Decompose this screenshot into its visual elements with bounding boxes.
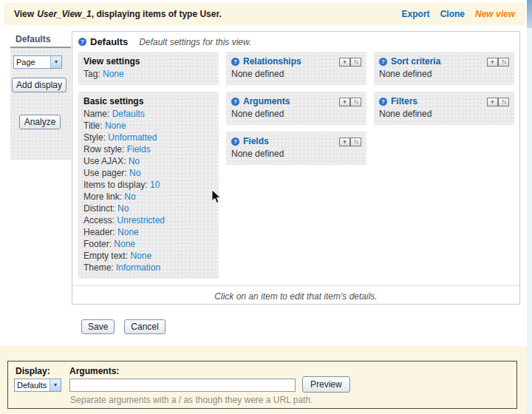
- setting-value-link[interactable]: None: [114, 239, 135, 249]
- page-title: ViewUser_View_1, displaying items of typ…: [14, 9, 222, 19]
- setting-label: Use pager:: [83, 168, 127, 178]
- add-display-button[interactable]: Add display: [12, 78, 66, 92]
- setting-label: Footer:: [83, 239, 112, 249]
- setting-value-link[interactable]: Fields: [127, 144, 151, 155]
- help-icon[interactable]: ?: [379, 98, 387, 106]
- setting-row: Header: None: [83, 226, 214, 238]
- help-icon[interactable]: ?: [379, 58, 387, 66]
- help-icon[interactable]: ?: [231, 98, 239, 106]
- add-relationship-button[interactable]: +: [339, 58, 350, 67]
- add-sort-button[interactable]: +: [487, 58, 498, 67]
- rearrange-fields-button[interactable]: ↑↓: [350, 138, 361, 146]
- setting-row: Use AJAX: No: [83, 155, 214, 167]
- sort-criteria-title-link[interactable]: Sort criteria: [391, 55, 440, 68]
- setting-row: Distinct: No: [83, 203, 214, 214]
- display-label: Display:: [16, 366, 50, 376]
- arguments-title-link[interactable]: Arguments: [243, 95, 290, 108]
- tab-defaults[interactable]: Defaults: [10, 31, 71, 48]
- help-icon[interactable]: ?: [231, 138, 239, 146]
- arguments-label: Arguments:: [69, 366, 119, 376]
- page-edge-gradient: [527, 0, 532, 28]
- save-button[interactable]: Save: [81, 319, 115, 334]
- setting-row: Row style: Fields: [83, 143, 214, 155]
- filters-empty-text: None defined: [379, 108, 509, 120]
- setting-row: Use pager: No: [83, 167, 214, 179]
- arguments-box: ? Arguments + ↑↓ None defined: [226, 92, 366, 125]
- setting-value-link[interactable]: Unrestricted: [117, 215, 165, 225]
- analyze-button[interactable]: Analyze: [19, 115, 61, 129]
- add-argument-button[interactable]: +: [339, 98, 350, 106]
- setting-row: Tag: None: [83, 68, 214, 80]
- clone-link[interactable]: Clone: [440, 9, 465, 19]
- page-title-suffix: , displaying items of type User.: [92, 9, 222, 19]
- display-settings-panel: ? Defaults Default settings for this vie…: [72, 31, 520, 305]
- basic-settings-title: Basic settings: [83, 95, 214, 108]
- setting-value-link[interactable]: None: [117, 227, 139, 237]
- setting-value-link[interactable]: None: [103, 69, 124, 79]
- filters-title-link[interactable]: Filters: [391, 95, 417, 108]
- setting-label: Use AJAX:: [83, 156, 126, 166]
- relationships-title-link[interactable]: Relationships: [243, 55, 301, 68]
- setting-label: Name:: [83, 109, 109, 119]
- rearrange-arguments-button[interactable]: ↑↓: [350, 98, 361, 106]
- view-settings-title: View settings: [83, 55, 214, 68]
- setting-row: Items to display: 10: [83, 179, 214, 191]
- display-sidebar: Defaults Page ▼ Add display Analyze: [10, 31, 71, 160]
- view-header-bar: ViewUser_View_1, displaying items of typ…: [4, 3, 525, 25]
- fields-box: ? Fields + ↑↓ None defined: [226, 132, 366, 165]
- fields-title-link[interactable]: Fields: [243, 135, 269, 148]
- help-icon[interactable]: ?: [78, 38, 86, 46]
- view-name: User_View_1: [37, 9, 92, 19]
- setting-row: Access: Unrestricted: [83, 214, 214, 226]
- add-field-button[interactable]: +: [339, 138, 350, 146]
- column-1: View settings Tag: None Basic settings N…: [78, 52, 219, 285]
- setting-label: Items to display:: [83, 180, 148, 190]
- add-filter-button[interactable]: +: [487, 98, 498, 106]
- export-link[interactable]: Export: [402, 9, 430, 19]
- setting-row: Title: None: [83, 120, 214, 132]
- setting-value-link[interactable]: None: [130, 251, 151, 261]
- basic-settings-box: Basic settings Name: Defaults Title: Non…: [78, 92, 219, 279]
- setting-value-link[interactable]: 10: [150, 180, 160, 190]
- help-icon[interactable]: ?: [231, 58, 239, 66]
- display-type-select[interactable]: Page ▼: [13, 55, 62, 69]
- setting-label: Distinct:: [83, 203, 115, 214]
- setting-row: Style: Unformatted: [83, 132, 214, 143]
- filters-box: ? Filters + ↑↓ None defined: [374, 92, 514, 125]
- preview-button[interactable]: Preview: [302, 376, 350, 393]
- preview-region: Display: Defaults ▼ Arguments: Preview S…: [0, 346, 527, 414]
- setting-value-link[interactable]: No: [117, 203, 129, 214]
- arguments-input[interactable]: [69, 379, 296, 392]
- settings-columns: View settings Tag: None Basic settings N…: [72, 51, 519, 285]
- rearrange-relationships-button[interactable]: ↑↓: [350, 58, 361, 67]
- arguments-empty-text: None defined: [231, 108, 361, 120]
- sidebar-body: Page ▼ Add display Analyze: [10, 48, 71, 160]
- setting-row: Name: Defaults: [83, 108, 214, 120]
- display-type-select-value: Page: [14, 56, 50, 68]
- rearrange-sorts-button[interactable]: ↑↓: [498, 58, 509, 67]
- setting-label: Header:: [83, 227, 115, 237]
- chevron-down-icon: ▼: [50, 379, 61, 391]
- setting-value-link[interactable]: No: [129, 168, 140, 178]
- cancel-button[interactable]: Cancel: [124, 319, 165, 334]
- setting-label: Title:: [83, 121, 103, 131]
- setting-row: Theme: Information: [83, 262, 214, 274]
- new-view-link[interactable]: New view: [475, 9, 515, 19]
- setting-value-link[interactable]: Information: [116, 262, 160, 273]
- setting-value-link[interactable]: Unformatted: [108, 132, 157, 143]
- setting-value-link[interactable]: No: [129, 156, 140, 166]
- rearrange-filters-button[interactable]: ↑↓: [498, 98, 509, 106]
- page-title-prefix: View: [14, 9, 34, 19]
- header-links: Export Clone New view: [402, 9, 515, 19]
- page-edge-texture: [527, 0, 532, 414]
- setting-value-link[interactable]: No: [124, 191, 135, 202]
- setting-row: Footer: None: [83, 238, 214, 250]
- preview-display-select-value: Defaults: [15, 379, 50, 391]
- setting-value-link[interactable]: None: [105, 121, 126, 131]
- setting-label: More link:: [83, 191, 122, 202]
- setting-value-link[interactable]: Defaults: [112, 109, 145, 119]
- preview-display-select[interactable]: Defaults ▼: [14, 379, 61, 392]
- view-settings-box: View settings Tag: None: [78, 52, 219, 85]
- preview-panel: Display: Defaults ▼ Arguments: Preview S…: [7, 361, 517, 409]
- fields-empty-text: None defined: [231, 148, 361, 160]
